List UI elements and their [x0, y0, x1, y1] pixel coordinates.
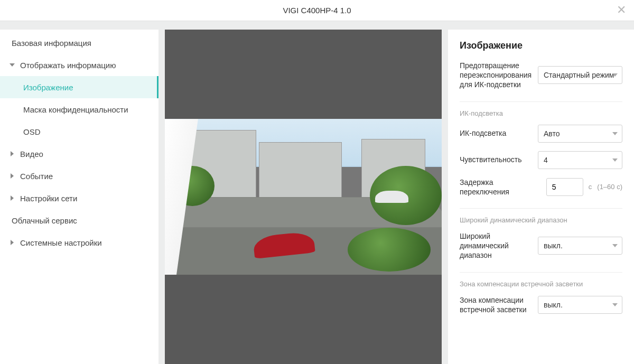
camera-preview-image [165, 119, 442, 275]
sidebar-item-label: Системные настройки [20, 238, 102, 247]
setting-label: Чувствительность [460, 155, 533, 164]
hint-label: (1–60 с) [597, 183, 622, 191]
sidebar-item-label: Видео [20, 150, 43, 158]
setting-row-wdr: Широкий динамический диапазон выкл. [460, 231, 622, 260]
sidebar-item-cloud[interactable]: Облачный сервис [0, 209, 158, 231]
sidebar-item-video[interactable]: Видео [0, 143, 158, 165]
select-value: Стандартный режим [544, 71, 614, 79]
chevron-right-icon [11, 240, 14, 245]
chevron-right-icon [11, 195, 14, 201]
sidebar-item-event[interactable]: Событие [0, 165, 158, 187]
ir-overexposure-select[interactable]: Стандартный режим [538, 66, 622, 84]
sidebar-item-label: Изображение [23, 83, 73, 92]
divider [460, 272, 622, 273]
close-icon: ✕ [617, 3, 626, 16]
sidebar-item-label: Облачный сервис [12, 216, 77, 225]
setting-label: Предотвращение переэкспонирования для ИК… [460, 61, 533, 90]
section-header-blc: Зона компенсации встречной засветки [460, 280, 622, 288]
sensitivity-select[interactable]: 4 [538, 151, 622, 169]
sidebar-item-label: Событие [20, 172, 53, 181]
close-button[interactable]: ✕ [615, 4, 628, 17]
sidebar-subitem-image[interactable]: Изображение [0, 76, 158, 98]
sidebar-item-label: Отображать информацию [20, 61, 116, 70]
sidebar-item-label: Настройки сети [20, 194, 77, 203]
setting-label: Задержка переключения [460, 178, 541, 197]
divider [460, 101, 622, 102]
sidebar-item-basic-info[interactable]: Базовая информация [0, 32, 158, 54]
setting-row-blc: Зона компенсации встречной засветки выкл… [460, 295, 622, 314]
chevron-down-icon [612, 244, 618, 247]
setting-row-ir-overexposure: Предотвращение переэкспонирования для ИК… [460, 61, 622, 90]
select-value: Авто [544, 129, 560, 138]
switch-delay-input[interactable] [546, 178, 583, 196]
header-spacer [0, 21, 634, 30]
setting-label: Зона компенсации встречной засветки [460, 295, 533, 314]
camera-preview-panel [165, 30, 442, 364]
sidebar-item-label: Маска конфиденциальности [23, 105, 128, 114]
sidebar: Базовая информация Отображать информацию… [0, 30, 158, 364]
chevron-down-icon [612, 303, 618, 306]
settings-title: Изображение [460, 40, 622, 51]
setting-row-ir-mode: ИК-подсветка Авто [460, 125, 622, 143]
dialog-title: VIGI C400HP-4 1.0 [283, 6, 351, 15]
setting-row-switch-delay: Задержка переключения с (1–60 с) [460, 178, 622, 197]
select-value: выкл. [544, 301, 563, 309]
setting-row-sensitivity: Чувствительность 4 [460, 151, 622, 169]
sidebar-subitem-osd[interactable]: OSD [0, 120, 158, 143]
dialog-header: VIGI C400HP-4 1.0 ✕ [0, 0, 634, 21]
divider [460, 208, 622, 209]
blc-select[interactable]: выкл. [538, 296, 622, 314]
section-header-ir: ИК-подсветка [460, 109, 622, 117]
chevron-down-icon [612, 132, 618, 135]
chevron-down-icon [10, 63, 15, 67]
sidebar-subitem-privacy-mask[interactable]: Маска конфиденциальности [0, 98, 158, 120]
ir-mode-select[interactable]: Авто [538, 125, 622, 143]
sidebar-item-system[interactable]: Системные настройки [0, 231, 158, 254]
settings-panel: Изображение Предотвращение переэкспониро… [448, 30, 634, 364]
chevron-down-icon [612, 158, 618, 162]
setting-label: Широкий динамический диапазон [460, 231, 533, 260]
wdr-select[interactable]: выкл. [538, 237, 622, 255]
setting-label: ИК-подсветка [460, 128, 533, 138]
select-value: выкл. [544, 241, 563, 250]
sidebar-item-label: OSD [23, 127, 41, 136]
chevron-down-icon [612, 73, 618, 77]
sidebar-item-network[interactable]: Настройки сети [0, 187, 158, 209]
chevron-right-icon [11, 173, 14, 179]
chevron-right-icon [11, 151, 14, 156]
sidebar-item-display-info[interactable]: Отображать информацию [0, 54, 158, 76]
select-value: 4 [544, 156, 548, 164]
section-header-wdr: Широкий динамический диапазон [460, 216, 622, 224]
main-content: Базовая информация Отображать информацию… [0, 30, 634, 364]
sidebar-item-label: Базовая информация [12, 39, 91, 48]
unit-label: с [589, 183, 592, 191]
